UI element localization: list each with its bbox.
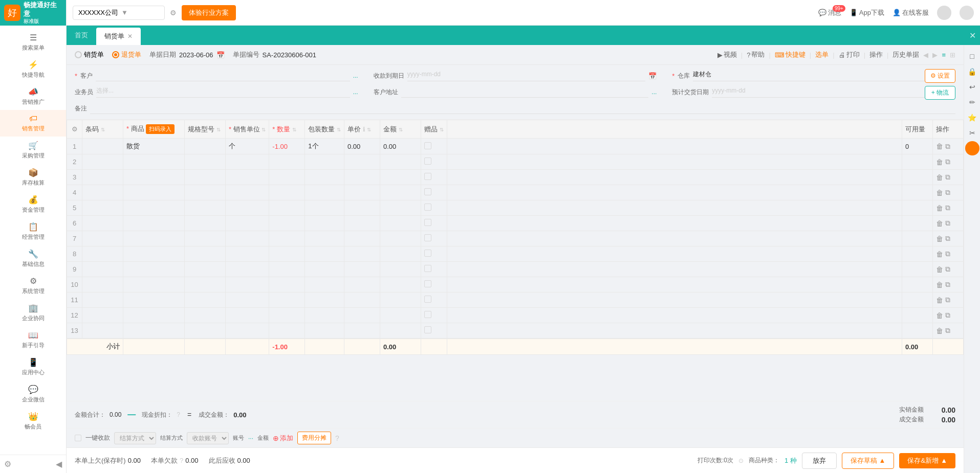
close-all-tabs-icon[interactable]: ✕	[969, 31, 976, 40]
gift-checkbox-11[interactable]	[424, 311, 431, 318]
sidebar-item-3[interactable]: 🏷销售管理	[0, 110, 66, 137]
row-qty-11[interactable]	[269, 308, 305, 323]
row-spec-7[interactable]	[185, 246, 226, 262]
row-spec-4[interactable]	[185, 200, 226, 216]
row-barcode-3[interactable]	[82, 185, 123, 200]
sidebar-item-12[interactable]: 📱应用中心	[0, 353, 66, 380]
gift-checkbox-9[interactable]	[424, 280, 431, 287]
row-amount-7[interactable]	[380, 246, 421, 262]
select-order-link[interactable]: 选单	[815, 50, 829, 59]
right-btn-1[interactable]: □	[965, 49, 979, 63]
pkgqty-sort-icon[interactable]: ⇅	[337, 127, 341, 132]
row-gift-12[interactable]	[421, 323, 447, 339]
row-unit-5[interactable]	[226, 216, 269, 231]
row-pkgqty-10[interactable]	[305, 292, 344, 308]
row-amount-12[interactable]	[380, 323, 421, 339]
row-delete-btn-8[interactable]: 🗑	[936, 265, 943, 274]
row-price-6[interactable]	[344, 231, 380, 246]
gift-checkbox-3[interactable]	[424, 188, 431, 195]
row-delete-btn-2[interactable]: 🗑	[936, 173, 943, 182]
row-barcode-8[interactable]	[82, 262, 123, 277]
row-qty-6[interactable]	[269, 231, 305, 246]
row-pkgqty-11[interactable]	[305, 308, 344, 323]
sidebar-item-11[interactable]: 📖新手引导	[0, 326, 66, 353]
row-delete-btn-6[interactable]: 🗑	[936, 234, 943, 243]
row-unit-2[interactable]	[226, 170, 269, 185]
row-delete-btn-9[interactable]: 🗑	[936, 280, 943, 289]
row-product-1[interactable]	[123, 154, 185, 170]
row-copy-btn-8[interactable]: ⧉	[945, 265, 950, 274]
print-info-icon[interactable]: ⊙	[738, 457, 744, 464]
shortcut-link[interactable]: ⌨ 快捷键	[775, 50, 805, 59]
row-amount-9[interactable]	[380, 277, 421, 292]
row-barcode-2[interactable]	[82, 170, 123, 185]
row-unit-0[interactable]: 个	[226, 139, 269, 154]
row-price-9[interactable]	[344, 277, 380, 292]
prev-icon[interactable]: ◀	[923, 51, 928, 59]
row-price-4[interactable]	[344, 200, 380, 216]
row-product-6[interactable]	[123, 231, 185, 246]
row-copy-btn-1[interactable]: ⧉	[945, 157, 950, 166]
right-btn-2[interactable]: 🔒	[965, 64, 979, 79]
row-gift-8[interactable]	[421, 262, 447, 277]
row-qty-9[interactable]	[269, 277, 305, 292]
gift-checkbox-5[interactable]	[424, 219, 431, 226]
row-amount-0[interactable]: 0.00	[380, 139, 421, 154]
row-price-7[interactable]	[344, 246, 380, 262]
row-amount-6[interactable]	[380, 231, 421, 246]
history-link[interactable]: 历史单据	[892, 50, 919, 59]
row-copy-btn-2[interactable]: ⧉	[945, 173, 950, 182]
right-btn-3[interactable]: ↩	[965, 80, 979, 94]
radio-return[interactable]: 退货单	[112, 50, 141, 59]
print-link[interactable]: 🖨 打印	[839, 50, 860, 59]
row-product-8[interactable]	[123, 262, 185, 277]
row-price-5[interactable]	[344, 216, 380, 231]
settings-gear-icon[interactable]: ⚙	[170, 9, 177, 17]
sidebar-item-6[interactable]: 💰资金管理	[0, 191, 66, 218]
receipt-date-input[interactable]: yyyy-mm-dd	[407, 70, 646, 81]
row-spec-5[interactable]	[185, 216, 226, 231]
operations-link[interactable]: 操作	[869, 50, 883, 59]
row-pkgqty-4[interactable]	[305, 200, 344, 216]
row-price-10[interactable]	[344, 292, 380, 308]
salesman-input[interactable]: 选择...	[96, 86, 350, 98]
row-amount-3[interactable]	[380, 185, 421, 200]
qty-sort-icon[interactable]: ⇅	[292, 127, 296, 132]
right-btn-orange[interactable]	[965, 141, 979, 155]
row-barcode-11[interactable]	[82, 308, 123, 323]
row-copy-btn-9[interactable]: ⧉	[945, 280, 950, 289]
tab-sale-order[interactable]: 销货单 ✕	[96, 28, 141, 45]
row-product-0[interactable]: 散货	[123, 139, 185, 154]
row-qty-8[interactable]	[269, 262, 305, 277]
row-price-11[interactable]	[344, 308, 380, 323]
row-product-3[interactable]	[123, 185, 185, 200]
row-delete-btn-12[interactable]: 🗑	[936, 326, 943, 335]
row-copy-btn-12[interactable]: ⧉	[945, 326, 950, 335]
row-pkgqty-7[interactable]	[305, 246, 344, 262]
row-price-3[interactable]	[344, 185, 380, 200]
row-barcode-6[interactable]	[82, 231, 123, 246]
sidebar-item-1[interactable]: ⚡快捷导航	[0, 56, 66, 83]
row-amount-5[interactable]	[380, 216, 421, 231]
row-barcode-9[interactable]	[82, 277, 123, 292]
tab-close-icon[interactable]: ✕	[127, 33, 133, 40]
user-avatar[interactable]	[937, 6, 951, 20]
sidebar-item-2[interactable]: 📣营销推广	[0, 83, 66, 110]
row-delete-btn-0[interactable]: 🗑	[936, 142, 943, 151]
row-copy-btn-4[interactable]: ⧉	[945, 204, 950, 212]
row-gift-2[interactable]	[421, 170, 447, 185]
row-pkgqty-1[interactable]	[305, 154, 344, 170]
row-spec-0[interactable]	[185, 139, 226, 154]
addr-dotted-btn[interactable]: ...	[651, 88, 657, 96]
row-unit-12[interactable]	[226, 323, 269, 339]
row-spec-10[interactable]	[185, 292, 226, 308]
add-payment-button[interactable]: ⊕ 添加	[273, 434, 293, 443]
delivery-date-input[interactable]: yyyy-mm-dd	[712, 86, 944, 98]
row-price-1[interactable]	[344, 154, 380, 170]
row-delete-btn-4[interactable]: 🗑	[936, 204, 943, 212]
row-qty-10[interactable]	[269, 292, 305, 308]
row-qty-7[interactable]	[269, 246, 305, 262]
unit-sort-icon[interactable]: ⇅	[262, 127, 266, 132]
company-selector[interactable]: XXXXXX公司 ▼	[73, 6, 165, 20]
row-gift-4[interactable]	[421, 200, 447, 216]
